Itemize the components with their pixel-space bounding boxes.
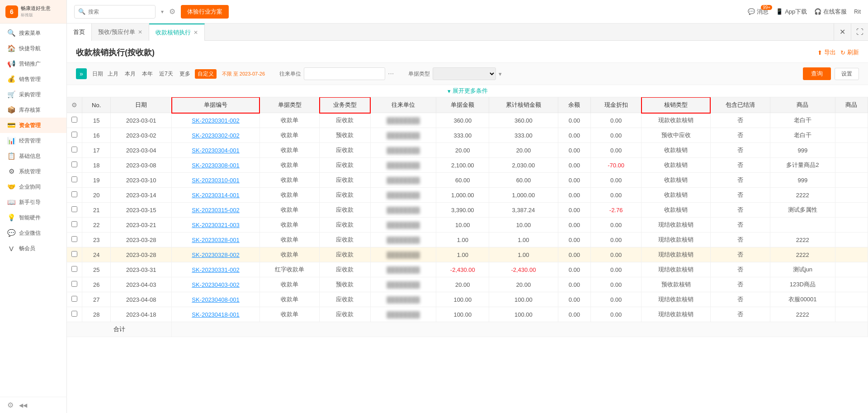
table-row[interactable]: 17 2023-03-04 SK-20230304-001 收款单 应收款 ██… <box>67 143 868 158</box>
date-opt-lastmonth[interactable]: 上月 <box>106 69 120 79</box>
bill-no-link[interactable]: SK-20230328-002 <box>192 252 240 258</box>
sidebar-item-basic[interactable]: 📋基础信息 <box>0 148 66 164</box>
cell-checkbox[interactable] <box>67 143 82 158</box>
table-row[interactable]: 24 2023-03-28 SK-20230328-002 收款单 应收款 ██… <box>67 247 868 262</box>
row-checkbox[interactable] <box>71 147 77 152</box>
table-row[interactable]: 27 2023-04-08 SK-20230408-001 收款单 应收款 ██… <box>67 292 868 307</box>
table-row[interactable]: 18 2023-03-08 SK-20230308-001 收款单 应收款 ██… <box>67 158 868 173</box>
row-checkbox[interactable] <box>71 191 77 197</box>
row-checkbox[interactable] <box>71 206 77 212</box>
date-opt-thismonth[interactable]: 本月 <box>123 69 137 79</box>
topbar-gear-icon[interactable]: ⚙ <box>169 7 175 16</box>
online-service-button[interactable]: 🎧 在线客服 <box>814 8 847 16</box>
sidebar-item-hardware[interactable]: 💡智能硬件 <box>0 210 66 225</box>
bill-no-link[interactable]: SK-20230418-001 <box>192 311 240 318</box>
row-checkbox[interactable] <box>71 132 77 138</box>
settings-icon[interactable]: ⚙ <box>7 401 14 409</box>
table-row[interactable]: 25 2023-03-31 SK-20230331-002 红字收款单 应收款 … <box>67 262 868 277</box>
cell-checkbox[interactable] <box>67 218 82 233</box>
cell-checkbox[interactable] <box>67 173 82 188</box>
collapse-icon[interactable]: ◀◀ <box>19 402 27 408</box>
date-opt-7days[interactable]: 近7天 <box>157 69 175 79</box>
search-input[interactable] <box>88 9 151 15</box>
cell-checkbox[interactable] <box>67 247 82 262</box>
date-opt-more[interactable]: 更多 <box>178 69 192 79</box>
bill-no-link[interactable]: SK-20230314-001 <box>192 192 240 199</box>
export-button[interactable]: ⬆ 导出 <box>817 48 836 57</box>
sidebar-item-member[interactable]: V畅会员 <box>0 241 66 256</box>
cell-checkbox[interactable] <box>67 158 82 173</box>
topbar-search-box[interactable]: 🔍 <box>74 5 156 19</box>
row-checkbox[interactable] <box>71 236 77 242</box>
bill-no-link[interactable]: SK-20230304-001 <box>192 147 240 154</box>
date-opt-custom[interactable]: 自定义 <box>195 69 217 79</box>
expand-more-button[interactable]: ▾ 展开更多条件 <box>448 87 488 95</box>
sidebar-item-purchase[interactable]: 🛒采购管理 <box>0 87 66 102</box>
cell-checkbox[interactable] <box>67 277 82 292</box>
sidebar-item-inventory[interactable]: 📦库存核算 <box>0 102 66 118</box>
bill-no-link[interactable]: SK-20230301-002 <box>192 117 240 124</box>
messages-button[interactable]: 💬 消息 99+ <box>748 8 769 16</box>
table-row[interactable]: 16 2023-03-02 SK-20230302-002 收款单 预收款 ██… <box>67 128 868 143</box>
search-chevron-icon[interactable]: ▾ <box>161 9 164 15</box>
row-checkbox[interactable] <box>71 161 77 167</box>
table-row[interactable]: 19 2023-03-10 SK-20230310-001 收款单 应收款 ██… <box>67 173 868 188</box>
cell-checkbox[interactable] <box>67 128 82 143</box>
cell-checkbox[interactable] <box>67 262 82 277</box>
table-row[interactable]: 23 2023-03-28 SK-20230328-001 收款单 应收款 ██… <box>67 233 868 247</box>
partner-dots[interactable]: ··· <box>388 70 394 78</box>
settings-button[interactable]: 设置 <box>835 68 859 80</box>
sidebar-item-guide[interactable]: 📖新手引导 <box>0 195 66 210</box>
sidebar-item-search[interactable]: 🔍搜索菜单 <box>0 25 66 41</box>
query-button[interactable]: 查询 <box>803 67 831 80</box>
table-row[interactable]: 26 2023-04-03 SK-20230403-002 收款单 预收款 ██… <box>67 277 868 292</box>
row-checkbox[interactable] <box>71 251 77 257</box>
user-name[interactable]: Rit <box>854 9 861 15</box>
bill-type-select[interactable] <box>433 67 496 80</box>
cell-checkbox[interactable] <box>67 233 82 247</box>
bill-no-link[interactable]: SK-20230321-003 <box>192 222 240 228</box>
table-row[interactable]: 28 2023-04-18 SK-20230418-001 收款单 应收款 ██… <box>67 307 868 322</box>
filter-expand-button[interactable]: » <box>76 68 87 79</box>
sidebar-item-marketing[interactable]: 📢营销推广 <box>0 56 66 71</box>
bill-no-link[interactable]: SK-20230315-002 <box>192 207 240 214</box>
sidebar-item-quicknav[interactable]: 🏠快捷导航 <box>0 41 66 56</box>
tab-advance-close-icon[interactable]: ✕ <box>138 29 142 35</box>
cell-checkbox[interactable] <box>67 292 82 307</box>
row-checkbox[interactable] <box>71 281 77 287</box>
th-settings[interactable]: ⚙ <box>67 97 82 113</box>
cell-checkbox[interactable] <box>67 307 82 322</box>
bill-no-link[interactable]: SK-20230308-001 <box>192 162 240 169</box>
close-all-tabs-button[interactable]: ✕ <box>834 24 851 41</box>
tab-writeoff[interactable]: 收款核销执行 ✕ <box>149 24 205 41</box>
sidebar-footer[interactable]: ⚙ ◀◀ <box>0 397 66 413</box>
sidebar-item-collab[interactable]: 🤝企业协同 <box>0 179 66 195</box>
tab-advance[interactable]: 预收/预应付单 ✕ <box>92 24 149 41</box>
bill-no-link[interactable]: SK-20230328-001 <box>192 237 240 243</box>
cell-checkbox[interactable] <box>67 188 82 203</box>
bill-no-link[interactable]: SK-20230310-001 <box>192 177 240 184</box>
table-row[interactable]: 15 2023-03-01 SK-20230301-002 收款单 应收款 ██… <box>67 113 868 128</box>
refresh-button[interactable]: ↻ 刷新 <box>840 48 859 57</box>
date-opt-thisyear[interactable]: 本年 <box>140 69 155 79</box>
cell-checkbox[interactable] <box>67 203 82 218</box>
sidebar-item-system[interactable]: ⚙系统管理 <box>0 164 66 179</box>
sidebar-item-sales[interactable]: 💰销售管理 <box>0 71 66 87</box>
row-checkbox[interactable] <box>71 221 77 227</box>
sidebar-item-finance[interactable]: 💳资金管理 <box>0 118 66 133</box>
sidebar-item-operation[interactable]: 📊经营管理 <box>0 133 66 148</box>
row-checkbox[interactable] <box>71 311 77 317</box>
tab-writeoff-close-icon[interactable]: ✕ <box>193 29 198 36</box>
partner-input[interactable] <box>304 67 385 80</box>
row-checkbox[interactable] <box>71 296 77 302</box>
table-row[interactable]: 21 2023-03-15 SK-20230315-002 收款单 应收款 ██… <box>67 203 868 218</box>
table-row[interactable]: 22 2023-03-21 SK-20230321-003 收款单 应收款 ██… <box>67 218 868 233</box>
bill-no-link[interactable]: SK-20230302-002 <box>192 132 240 139</box>
bill-no-link[interactable]: SK-20230331-002 <box>192 266 240 273</box>
cell-checkbox[interactable] <box>67 113 82 128</box>
table-row[interactable]: 20 2023-03-14 SK-20230314-001 收款单 应收款 ██… <box>67 188 868 203</box>
app-download-button[interactable]: 📱 App下载 <box>776 8 807 16</box>
row-checkbox[interactable] <box>71 266 77 272</box>
row-checkbox[interactable] <box>71 176 77 182</box>
sidebar-item-wechat[interactable]: 💬企业微信 <box>0 225 66 241</box>
